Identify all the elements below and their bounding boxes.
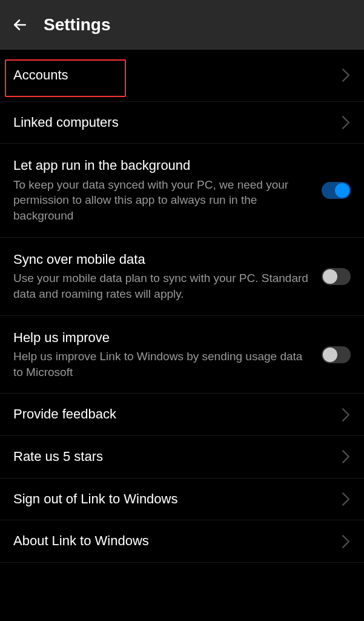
- setting-sync-mobile[interactable]: Sync over mobile data Use your mobile da…: [0, 238, 364, 316]
- setting-content: Accounts: [13, 67, 341, 84]
- setting-feedback[interactable]: Provide feedback: [0, 394, 364, 436]
- setting-title: Help us improve: [13, 329, 309, 347]
- toggle-sync-mobile[interactable]: [322, 268, 351, 285]
- chevron-right-icon: [341, 408, 351, 422]
- setting-rate[interactable]: Rate us 5 stars: [0, 436, 364, 478]
- toggle-knob: [323, 347, 337, 362]
- chevron-right-icon: [341, 115, 351, 130]
- toggle-help-improve[interactable]: [322, 346, 351, 363]
- setting-title: Rate us 5 stars: [13, 448, 329, 466]
- header: Settings: [0, 0, 364, 50]
- setting-title: Accounts: [13, 67, 329, 84]
- toggle-knob: [323, 269, 337, 284]
- chevron-right-icon: [341, 534, 351, 549]
- setting-help-improve[interactable]: Help us improve Help us improve Link to …: [0, 316, 364, 394]
- setting-title: Provide feedback: [13, 406, 329, 423]
- setting-title: Sync over mobile data: [13, 251, 309, 269]
- setting-about[interactable]: About Link to Windows: [0, 520, 364, 563]
- setting-subtitle: Use your mobile data plan to sync with y…: [13, 270, 309, 301]
- setting-accounts[interactable]: Accounts: [0, 50, 364, 102]
- back-button[interactable]: [12, 17, 28, 33]
- setting-content: Rate us 5 stars: [13, 448, 341, 466]
- setting-content: Linked computers: [13, 114, 341, 132]
- setting-subtitle: To keep your data synced with your PC, w…: [13, 177, 309, 224]
- arrow-left-icon: [12, 17, 28, 33]
- setting-title: About Link to Windows: [13, 532, 329, 550]
- setting-title: Sign out of Link to Windows: [13, 491, 329, 508]
- setting-content: Help us improve Help us improve Link to …: [13, 329, 322, 380]
- setting-content: Let app run in the background To keep yo…: [13, 157, 322, 224]
- toggle-background[interactable]: [322, 182, 351, 199]
- chevron-right-icon: [341, 68, 351, 82]
- setting-content: Sign out of Link to Windows: [13, 491, 341, 508]
- setting-background[interactable]: Let app run in the background To keep yo…: [0, 144, 364, 238]
- setting-title: Linked computers: [13, 114, 329, 132]
- chevron-right-icon: [341, 449, 351, 464]
- setting-content: About Link to Windows: [13, 532, 341, 550]
- chevron-right-icon: [341, 492, 351, 506]
- page-title: Settings: [44, 15, 110, 35]
- setting-content: Provide feedback: [13, 406, 341, 423]
- setting-signout[interactable]: Sign out of Link to Windows: [0, 478, 364, 521]
- settings-list: Accounts Linked computers Let app run in…: [0, 50, 364, 563]
- setting-content: Sync over mobile data Use your mobile da…: [13, 251, 322, 302]
- toggle-knob: [335, 183, 349, 198]
- setting-title: Let app run in the background: [13, 157, 309, 175]
- setting-subtitle: Help us improve Link to Windows by sendi…: [13, 349, 309, 380]
- setting-linked-computers[interactable]: Linked computers: [0, 102, 364, 144]
